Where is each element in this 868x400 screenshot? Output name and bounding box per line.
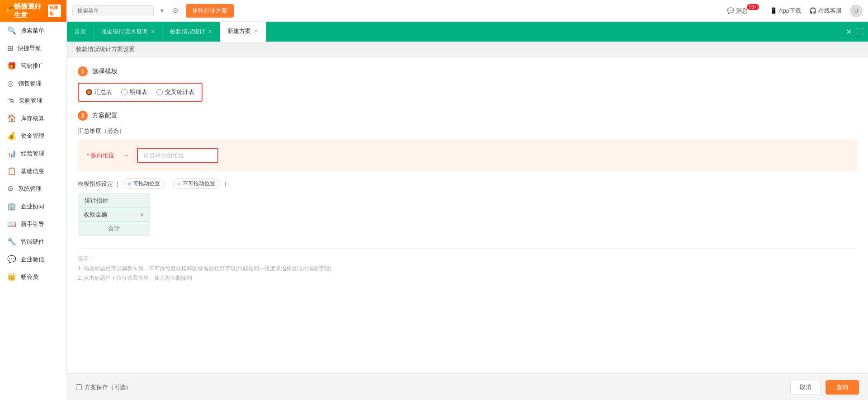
sidebar-item-sales[interactable]: ◎ 销售管理	[0, 75, 66, 92]
sidebar-item-company[interactable]: 🏢 企业协同	[0, 198, 66, 215]
radio-cross-input[interactable]	[156, 89, 163, 95]
indicator-table: 统计指标 收款金额 ∨ 合计	[78, 193, 150, 236]
draggable-badge: 可拖动位置	[123, 179, 164, 189]
draggable-label: 可拖动位置	[133, 180, 160, 188]
step2-num: 2	[78, 111, 88, 121]
radio-cross[interactable]: 交叉统计表	[156, 88, 194, 96]
tip-line-1: 1. 拖动标题栏可以调整布局，不可跨维度或指标区域拖动栏目字段(只能在同一维度或…	[78, 264, 857, 274]
sidebar-item-label: 经营管理	[21, 150, 44, 158]
search-input[interactable]	[72, 5, 154, 16]
template-select-box: 汇总表 明细表 交叉统计表	[78, 83, 203, 102]
tabbar: 首页 现金银行流水查询 ✕ 收款情况统计 ✕ 新建方案 ✕ ✕ ⛶	[67, 22, 868, 42]
avatar[interactable]: U	[850, 5, 863, 17]
dimension-row-label: * 纵向维度	[87, 151, 114, 160]
radio-summary[interactable]: 汇总表	[86, 88, 112, 96]
industry-btn[interactable]: 体验行业方案	[186, 4, 234, 18]
content-area: 收款情况统计方案设置 1 选择模板 汇总表 明细表	[67, 42, 868, 400]
chevron-down-icon[interactable]: ∨	[140, 212, 144, 218]
form-area: 1 选择模板 汇总表 明细表 交叉统计表	[67, 57, 868, 373]
sidebar-item-marketing[interactable]: 🎁 营销推广	[0, 57, 66, 75]
message-badge: 99+	[747, 4, 759, 10]
non-draggable-label: 不可拖动位置	[183, 180, 215, 188]
indicator-section: 模板指标设定（ 可拖动位置 不可拖动位置 ） 统计指标	[78, 179, 857, 237]
sidebar-item-label: 销售管理	[18, 80, 42, 88]
download-label: App下载	[779, 7, 801, 15]
step1-header: 1 选择模板	[78, 66, 857, 76]
member-icon: 👑	[7, 273, 16, 281]
indicator-table-cell[interactable]: 收款金额 ∨	[78, 207, 150, 221]
tab-home-label: 首页	[74, 28, 86, 36]
finance-icon: 💰	[7, 132, 16, 140]
sidebar-item-wechat[interactable]: 💬 企业微信	[0, 250, 66, 268]
sidebar-item-label: 系统管理	[18, 185, 42, 193]
sidebar: 🍊 畅捷通好生意 标准版 🔍 搜索菜单 ⊞ 快捷导航 🎁 营销推广 ◎ 销售管理…	[0, 0, 67, 400]
sidebar-item-basicinfo[interactable]: 📋 基础信息	[0, 162, 66, 180]
radio-detail[interactable]: 明细表	[121, 88, 147, 96]
sidebar-item-label: 基础信息	[21, 167, 44, 175]
sidebar-item-label: 智能硬件	[21, 238, 44, 246]
draggable-dot	[127, 182, 131, 186]
step2-label: 方案配置	[92, 112, 118, 120]
download-item[interactable]: 📱 App下载	[770, 7, 801, 15]
guide-icon: 📖	[7, 220, 16, 228]
tab-new-plan-close-icon[interactable]: ✕	[254, 28, 258, 34]
sidebar-item-label: 畅会员	[21, 273, 38, 281]
bottom-bar: 方案保存（可选） 取消 查询	[67, 373, 868, 400]
sidebar-item-finance[interactable]: 💰 资金管理	[0, 127, 66, 145]
save-checkbox[interactable]: 方案保存（可选）	[76, 383, 132, 391]
sidebar-item-label: 资金管理	[21, 132, 44, 140]
download-icon: 📱	[770, 7, 777, 14]
close-window-icon[interactable]: ✕	[846, 28, 852, 36]
tab-collection-label: 收款情况统计	[170, 28, 205, 36]
main-area: ▼ ⚙ 体验行业方案 💬 消息 99+ 📱 App下载 🎧 在线客服 U	[67, 0, 868, 400]
app-name: 畅捷通好生意	[14, 2, 45, 19]
radio-summary-input[interactable]	[86, 89, 92, 95]
save-checkbox-input[interactable]	[76, 384, 82, 390]
sidebar-item-operations[interactable]: 📊 经营管理	[0, 145, 66, 162]
search-icon: 🔍	[7, 26, 16, 35]
sidebar-item-search[interactable]: 🔍 搜索菜单	[0, 22, 66, 39]
gift-icon: 🎁	[7, 61, 16, 70]
radio-detail-input[interactable]	[121, 89, 127, 95]
tab-collection[interactable]: 收款情况统计 ✕	[163, 22, 220, 42]
dimension-select[interactable]: 请选择分组维度	[137, 148, 218, 163]
sidebar-item-quicknav[interactable]: ⊞ 快捷导航	[0, 39, 66, 57]
tip-line-2: 2. 点击标题栏下拉可设置排序、插入列和删除列	[78, 273, 857, 283]
sidebar-item-hardware[interactable]: 🔧 智能硬件	[0, 233, 66, 250]
tab-new-plan[interactable]: 新建方案 ✕	[220, 22, 266, 42]
sidebar-item-label: 搜索菜单	[21, 27, 44, 35]
info-icon: 📋	[7, 167, 16, 175]
step1-label: 选择模板	[92, 67, 118, 75]
save-checkbox-label: 方案保存（可选）	[85, 383, 132, 391]
sidebar-item-guide[interactable]: 📖 新手引导	[0, 215, 66, 233]
sidebar-item-member[interactable]: 👑 畅会员	[0, 268, 66, 286]
dropdown-arrow-icon[interactable]: ▼	[159, 7, 165, 14]
step1-num: 1	[78, 66, 88, 76]
tab-collection-close-icon[interactable]: ✕	[208, 28, 212, 35]
system-icon: ⚙	[7, 184, 14, 193]
query-button[interactable]: 查询	[826, 380, 859, 395]
non-draggable-dot	[177, 182, 181, 186]
tab-cashflow[interactable]: 现金银行流水查询 ✕	[94, 22, 163, 42]
edition-badge: 标准版	[48, 5, 61, 17]
service-item[interactable]: 🎧 在线客服	[809, 7, 842, 15]
tab-cashflow-close-icon[interactable]: ✕	[151, 28, 155, 35]
maximize-icon[interactable]: ⛶	[856, 28, 863, 36]
tab-home[interactable]: 首页	[67, 22, 94, 42]
tabbar-right: ✕ ⛶	[841, 22, 868, 42]
cancel-button[interactable]: 取消	[790, 380, 821, 395]
step2-header: 2 方案配置	[78, 111, 857, 121]
sidebar-item-purchase[interactable]: 🛍 采购管理	[0, 92, 66, 109]
sidebar-item-system[interactable]: ⚙ 系统管理	[0, 180, 66, 198]
radio-detail-label: 明细表	[130, 88, 147, 96]
breadcrumb: 收款情况统计方案设置	[67, 42, 868, 57]
gear-icon[interactable]: ⚙	[172, 6, 179, 15]
sidebar-item-inventory[interactable]: 🏠 库存核算	[0, 109, 66, 127]
warehouse-icon: 🏠	[7, 114, 16, 122]
message-item[interactable]: 💬 消息 99+	[727, 7, 762, 15]
grid-icon: ⊞	[7, 44, 13, 52]
tab-new-plan-label: 新建方案	[227, 27, 251, 35]
sidebar-item-label: 营销推广	[21, 62, 44, 70]
wechat-icon: 💬	[7, 255, 16, 264]
radio-cross-label: 交叉统计表	[165, 88, 194, 96]
